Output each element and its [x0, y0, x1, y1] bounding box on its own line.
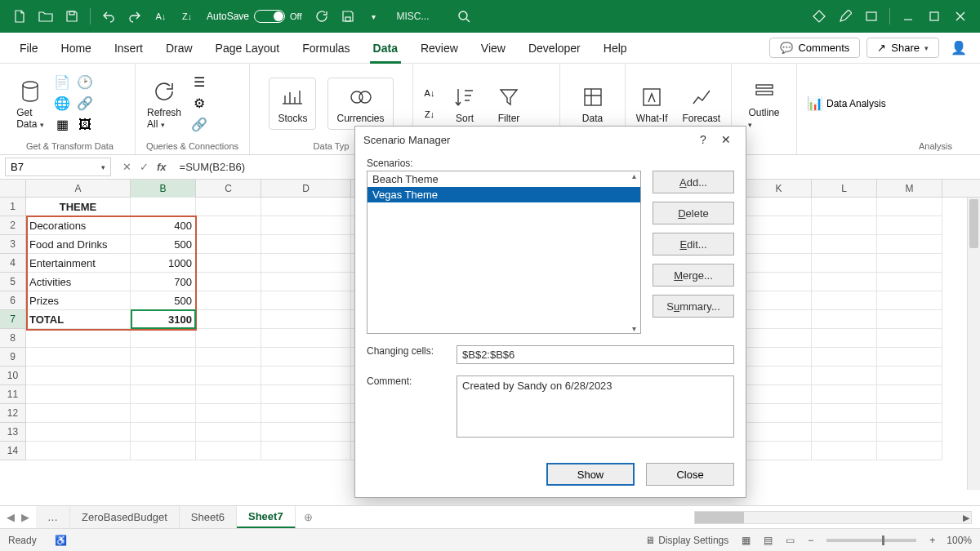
- vertical-scrollbar[interactable]: [967, 198, 980, 490]
- data-tools-button[interactable]: Data: [574, 82, 612, 126]
- tab-insert[interactable]: Insert: [103, 33, 154, 64]
- forecast-button[interactable]: Forecast: [678, 82, 726, 126]
- dialog-close-icon[interactable]: ✕: [715, 133, 737, 146]
- tab-nav-next-icon[interactable]: ▶: [21, 511, 29, 523]
- help-icon[interactable]: ?: [692, 133, 715, 146]
- tab-page-layout[interactable]: Page Layout: [204, 33, 292, 64]
- view-page-break-icon[interactable]: ▭: [779, 532, 801, 549]
- tab-data[interactable]: Data: [362, 33, 409, 64]
- cancel-formula-icon[interactable]: ✕: [122, 161, 131, 173]
- close-icon[interactable]: [951, 7, 970, 26]
- pencil-icon[interactable]: [835, 7, 855, 26]
- row-header-6[interactable]: 6: [0, 291, 26, 310]
- row-header-14[interactable]: 14: [0, 442, 26, 460]
- sheet-tab-zerobasedbudget[interactable]: ZeroBasedBudget: [70, 506, 180, 529]
- accessibility-icon[interactable]: ♿: [48, 532, 74, 549]
- properties-icon[interactable]: ⚙: [189, 94, 209, 113]
- tab-developer[interactable]: Developer: [517, 33, 592, 64]
- row-header-8[interactable]: 8: [0, 329, 26, 348]
- open-file-icon[interactable]: [36, 7, 56, 26]
- sort-asc-icon[interactable]: A↓: [151, 7, 171, 26]
- tab-file[interactable]: File: [8, 33, 50, 64]
- outline-button[interactable]: Outline▾: [743, 76, 784, 131]
- sheet-tab-sheet6[interactable]: Sheet6: [180, 506, 237, 529]
- scenarios-listbox[interactable]: Beach ThemeVegas Theme ▴▾: [367, 171, 641, 334]
- zoom-level[interactable]: 100%: [947, 535, 972, 546]
- select-all-corner[interactable]: [0, 180, 26, 198]
- listbox-scrollbar[interactable]: ▴▾: [627, 171, 640, 333]
- zoom-in-button[interactable]: +: [923, 532, 942, 549]
- comments-button[interactable]: 💬Comments: [769, 38, 860, 58]
- horizontal-scrollbar[interactable]: ◀▶: [694, 511, 972, 524]
- summary-button[interactable]: Summary...: [653, 295, 734, 318]
- edit-button[interactable]: Edit...: [653, 233, 734, 256]
- view-page-layout-icon[interactable]: ▤: [757, 532, 779, 549]
- get-data-button[interactable]: GetData ▾: [11, 76, 49, 131]
- scenario-item[interactable]: Beach Theme: [368, 171, 640, 187]
- row-header-13[interactable]: 13: [0, 423, 26, 442]
- row-header-3[interactable]: 3: [0, 235, 26, 254]
- col-header-L[interactable]: L: [812, 180, 877, 198]
- display-settings-button[interactable]: 🖥 Display Settings: [639, 532, 735, 549]
- queries-icon[interactable]: ☰: [189, 73, 209, 92]
- sort-za-icon[interactable]: Z↓: [420, 104, 439, 124]
- from-table-icon[interactable]: ▦: [52, 115, 72, 135]
- row-header-11[interactable]: 11: [0, 385, 26, 404]
- sort-az-icon[interactable]: A↓: [420, 83, 439, 103]
- row-header-12[interactable]: 12: [0, 404, 26, 423]
- filter-button[interactable]: Filter: [490, 82, 528, 126]
- tab-view[interactable]: View: [470, 33, 517, 64]
- row-header-10[interactable]: 10: [0, 367, 26, 385]
- edit-links-icon[interactable]: 🔗: [189, 115, 209, 135]
- search-icon[interactable]: [454, 7, 474, 26]
- changing-cells-field[interactable]: $B$2:$B$6: [457, 345, 734, 364]
- share-button[interactable]: ↗Share▾: [866, 38, 939, 58]
- save-icon[interactable]: [62, 7, 82, 26]
- save2-icon[interactable]: [338, 7, 358, 26]
- row-header-7[interactable]: 7: [0, 310, 26, 329]
- tab-help[interactable]: Help: [592, 33, 639, 64]
- comment-field[interactable]: Created by Sandy on 6/28/2023: [457, 375, 734, 438]
- maximize-icon[interactable]: [924, 7, 944, 26]
- col-header-B[interactable]: B: [131, 180, 196, 198]
- refresh-all-button[interactable]: RefreshAll ▾: [142, 76, 186, 131]
- tab-draw[interactable]: Draw: [154, 33, 204, 64]
- view-normal-icon[interactable]: ▦: [735, 532, 757, 549]
- close-button[interactable]: Close: [646, 463, 734, 486]
- accept-formula-icon[interactable]: ✓: [140, 161, 149, 173]
- merge-button[interactable]: Merge...: [653, 264, 734, 287]
- new-file-icon[interactable]: [10, 7, 29, 26]
- add-sheet-button[interactable]: ⊕: [296, 511, 321, 523]
- col-header-C[interactable]: C: [196, 180, 261, 198]
- col-header-D[interactable]: D: [261, 180, 351, 198]
- sort-button[interactable]: Sort: [446, 82, 483, 126]
- autosave-toggle[interactable]: AutoSave Off: [207, 10, 302, 23]
- sort-desc-icon[interactable]: Z↓: [177, 7, 197, 26]
- tab-nav-prev-icon[interactable]: ◀: [7, 511, 15, 523]
- window-icon[interactable]: [862, 7, 881, 26]
- tab-more[interactable]: …: [36, 506, 70, 529]
- toggle-switch[interactable]: [254, 10, 285, 23]
- row-header-9[interactable]: 9: [0, 348, 26, 367]
- currencies-button[interactable]: Currencies: [327, 78, 393, 130]
- redo-icon[interactable]: [125, 7, 145, 26]
- name-box[interactable]: B7 ▾: [5, 158, 111, 176]
- undo-icon[interactable]: [99, 7, 118, 26]
- fx-icon[interactable]: fx: [157, 161, 167, 173]
- tab-formulas[interactable]: Formulas: [291, 33, 361, 64]
- existing-conn-icon[interactable]: 🔗: [75, 94, 95, 113]
- row-header-5[interactable]: 5: [0, 273, 26, 291]
- recent-sources-icon[interactable]: 🕑: [75, 73, 95, 92]
- row-header-4[interactable]: 4: [0, 254, 26, 273]
- user-icon[interactable]: 👤: [949, 38, 969, 58]
- diamond-icon[interactable]: [809, 7, 829, 26]
- data-analysis-button[interactable]: 📊 Data Analysis: [804, 94, 889, 113]
- tab-review[interactable]: Review: [409, 33, 470, 64]
- show-button[interactable]: Show: [546, 463, 635, 486]
- sheet-tab-sheet7[interactable]: Sheet7: [237, 506, 296, 529]
- qat-dropdown-icon[interactable]: ▾: [364, 7, 384, 26]
- from-pic-icon[interactable]: 🖼: [75, 115, 95, 135]
- zoom-out-button[interactable]: −: [801, 532, 820, 549]
- row-header-2[interactable]: 2: [0, 216, 26, 235]
- row-header-1[interactable]: 1: [0, 198, 26, 216]
